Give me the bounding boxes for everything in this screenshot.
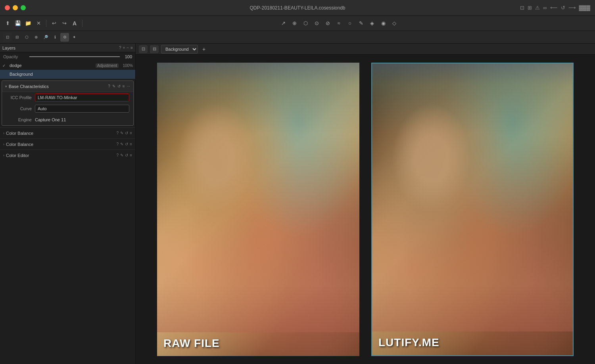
title-icon-2[interactable]: ⊞ bbox=[528, 5, 532, 11]
tool-11[interactable]: ◇ bbox=[390, 19, 399, 28]
icc-profile-select[interactable]: LM-RAW-TO-Minkar bbox=[35, 94, 129, 102]
brushes-decoration-2 bbox=[372, 63, 573, 135]
view-single-button[interactable]: ⊟ bbox=[150, 45, 159, 53]
lutified-photo-label: LUTIFY.ME bbox=[378, 336, 440, 349]
main-area: Layers ? + − ≡ Opacity 100 ✓ dodge bbox=[0, 44, 595, 364]
color-balance-2-icons: ? ✎ ↺ ≡ bbox=[117, 142, 132, 146]
layer-dodge[interactable]: ✓ dodge Adjustment 100% bbox=[0, 61, 135, 70]
title-icon-6[interactable]: ↺ bbox=[561, 5, 565, 11]
tab-icon-8[interactable]: ✦ bbox=[70, 33, 79, 42]
toolbar-separator-1 bbox=[46, 20, 46, 27]
tab-icon-6[interactable]: ℹ bbox=[51, 33, 60, 42]
tool-10[interactable]: ◉ bbox=[379, 19, 388, 28]
close-button[interactable] bbox=[5, 5, 10, 10]
makeup-decoration bbox=[157, 213, 359, 332]
icc-profile-select-wrapper: LM-RAW-TO-Minkar bbox=[35, 94, 129, 102]
tab-icon-4[interactable]: ⊕ bbox=[32, 33, 40, 42]
color-balance-1-panel[interactable]: › Color Balance ? ✎ ↺ ≡ bbox=[0, 127, 135, 138]
tool-5[interactable]: ⊘ bbox=[323, 19, 332, 28]
ce-edit-icon[interactable]: ✎ bbox=[120, 153, 123, 157]
cb1-edit-icon[interactable]: ✎ bbox=[120, 131, 123, 135]
layer-background[interactable]: Background bbox=[0, 70, 135, 79]
panel-edit-icon[interactable]: ✎ bbox=[112, 84, 115, 88]
layer-dropdown[interactable]: Background bbox=[161, 45, 198, 54]
tab-icon-5[interactable]: 🔎 bbox=[41, 33, 50, 42]
layers-help-icon[interactable]: ? bbox=[119, 46, 121, 50]
titlebar: QDP-20180211-BEAUTY-LEILA.cosessiondb ⊡ … bbox=[0, 0, 595, 16]
base-characteristics-panel: ▾ Base Characteristics ? ✎ ↺ ≡ ··· ICC P… bbox=[2, 80, 134, 126]
color-balance-2-panel[interactable]: › Color Balance ? ✎ ↺ ≡ bbox=[0, 138, 135, 149]
tool-6[interactable]: ≈ bbox=[334, 19, 343, 28]
color-editor-panel[interactable]: › Color Editor ? ✎ ↺ ≡ bbox=[0, 149, 135, 161]
panel-help-icon[interactable]: ? bbox=[108, 84, 110, 88]
tab-icon-1[interactable]: ⊡ bbox=[3, 33, 12, 42]
close-doc-icon[interactable]: ✕ bbox=[34, 19, 43, 28]
window-title: QDP-20180211-BEAUTY-LEILA.cosessiondb bbox=[250, 5, 345, 11]
title-icon-5[interactable]: ⟵ bbox=[550, 5, 558, 11]
raw-photo-overlay bbox=[157, 63, 359, 356]
background-name: Background bbox=[10, 72, 133, 77]
content-area: ⊡ ⊟ Background + RAW FILE bbox=[136, 44, 595, 364]
tool-8[interactable]: ✎ bbox=[357, 19, 365, 28]
add-layer-button[interactable]: + bbox=[200, 46, 207, 53]
opacity-slider[interactable] bbox=[29, 56, 120, 57]
panel-more-icon[interactable]: ··· bbox=[127, 84, 130, 88]
tool-7[interactable]: ○ bbox=[345, 19, 354, 28]
layers-add-icon[interactable]: + bbox=[123, 46, 125, 50]
color-editor-icons: ? ✎ ↺ ≡ bbox=[117, 153, 132, 157]
open-icon[interactable]: 📁 bbox=[24, 19, 33, 28]
layers-title: Layers bbox=[2, 46, 117, 50]
title-icon-7[interactable]: ⟶ bbox=[568, 5, 576, 11]
cb2-reset-icon[interactable]: ↺ bbox=[125, 142, 128, 146]
fullscreen-button[interactable] bbox=[21, 5, 26, 10]
minimize-button[interactable] bbox=[13, 5, 18, 10]
tool-2[interactable]: ⊕ bbox=[290, 19, 299, 28]
panel-reset-icon[interactable]: ↺ bbox=[117, 84, 121, 88]
view-grid-button[interactable]: ⊡ bbox=[139, 45, 148, 53]
save-icon[interactable]: 💾 bbox=[13, 19, 22, 28]
tab-icon-2[interactable]: ⊟ bbox=[13, 33, 21, 42]
ce-menu-icon[interactable]: ≡ bbox=[130, 153, 132, 157]
text-icon[interactable]: A bbox=[70, 19, 79, 28]
title-icon-1[interactable]: ⊡ bbox=[520, 5, 524, 11]
opacity-value: 100 bbox=[122, 54, 132, 59]
ce-help-icon[interactable]: ? bbox=[117, 153, 119, 157]
layers-header: Layers ? + − ≡ bbox=[0, 44, 135, 52]
content-toolbar: ⊡ ⊟ Background + bbox=[136, 44, 595, 55]
tab-icon-7[interactable]: ⚙ bbox=[60, 33, 69, 42]
undo-icon[interactable]: ↩ bbox=[50, 19, 58, 28]
curve-select[interactable]: Auto bbox=[35, 105, 129, 113]
title-icon-3[interactable]: ⚠ bbox=[535, 5, 540, 11]
redo-icon[interactable]: ↪ bbox=[60, 19, 69, 28]
cb2-edit-icon[interactable]: ✎ bbox=[120, 142, 123, 146]
icc-profile-label: ICC Profile bbox=[6, 95, 32, 100]
panel-list-icon[interactable]: ≡ bbox=[123, 84, 125, 88]
lutified-photo-container: LUTIFY.ME bbox=[371, 63, 574, 356]
cb2-help-icon[interactable]: ? bbox=[117, 142, 119, 146]
tool-9[interactable]: ◈ bbox=[368, 19, 376, 28]
opacity-row: Opacity 100 bbox=[0, 52, 135, 61]
engine-value: Capture One 11 bbox=[35, 117, 66, 122]
color-balance-2-arrow: › bbox=[3, 142, 4, 146]
cb1-help-icon[interactable]: ? bbox=[117, 131, 119, 135]
brushes-decoration bbox=[157, 63, 359, 134]
layers-menu-icon[interactable]: ≡ bbox=[131, 46, 133, 50]
tool-1[interactable]: ↗ bbox=[279, 19, 288, 28]
cb2-menu-icon[interactable]: ≡ bbox=[130, 142, 132, 146]
ce-reset-icon[interactable]: ↺ bbox=[125, 153, 128, 157]
cb1-reset-icon[interactable]: ↺ bbox=[125, 131, 128, 135]
cb1-menu-icon[interactable]: ≡ bbox=[130, 131, 132, 135]
tool-4[interactable]: ⊙ bbox=[312, 19, 321, 28]
battery-icon: ▓▓▓ bbox=[579, 5, 590, 11]
lutified-photo-overlay bbox=[372, 63, 573, 355]
expand-arrow-icon[interactable]: ▾ bbox=[5, 84, 7, 88]
curve-row: Curve Auto bbox=[2, 103, 133, 114]
color-balance-1-title: Color Balance bbox=[6, 131, 115, 136]
tool-3[interactable]: ⬡ bbox=[301, 19, 310, 28]
layers-remove-icon[interactable]: − bbox=[127, 46, 129, 50]
dodge-name: dodge bbox=[10, 63, 93, 68]
title-icon-4[interactable]: ∞ bbox=[543, 5, 547, 11]
tab-icon-3[interactable]: ⬡ bbox=[22, 33, 31, 42]
export-icon[interactable]: ⬆ bbox=[3, 19, 12, 28]
main-toolbar: ⬆ 💾 📁 ✕ ↩ ↪ A ↗ ⊕ ⬡ ⊙ ⊘ ≈ ○ ✎ ◈ ◉ ◇ bbox=[0, 16, 595, 31]
